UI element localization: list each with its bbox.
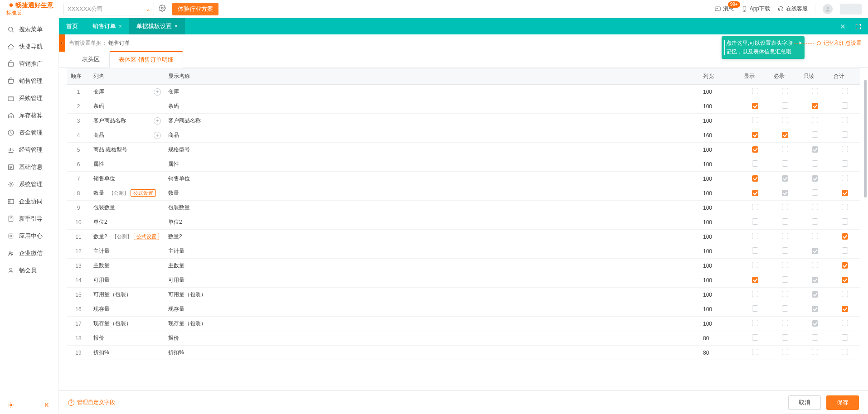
row-width[interactable]: 100 <box>699 157 740 172</box>
settings-gear-icon[interactable] <box>159 5 166 13</box>
row-width[interactable]: 100 <box>699 302 740 317</box>
row-name-cell[interactable]: 折扣% <box>90 346 165 360</box>
checkbox[interactable] <box>782 334 788 341</box>
tabs-close-all-icon[interactable] <box>836 20 849 33</box>
company-selector[interactable]: XXXXXX公司 ⌄ <box>63 3 154 15</box>
industry-cta-button[interactable]: 体验行业方案 <box>172 3 218 15</box>
checkbox[interactable] <box>752 117 758 123</box>
row-display-name[interactable]: 销售单位 <box>165 172 699 186</box>
row-width[interactable]: 100 <box>699 244 740 259</box>
checkbox[interactable] <box>812 189 818 196</box>
checkbox[interactable] <box>842 204 848 210</box>
row-width[interactable]: 100 <box>699 114 740 128</box>
row-name-cell[interactable]: 数量2【公测】公式设置 <box>90 230 165 244</box>
checkbox[interactable] <box>842 218 848 225</box>
add-icon[interactable]: + <box>154 88 161 96</box>
checkbox[interactable] <box>752 233 758 239</box>
checkbox[interactable] <box>782 233 788 239</box>
checkbox[interactable] <box>752 146 758 153</box>
main-tab-2[interactable]: 单据模板设置× <box>129 18 185 34</box>
checkbox[interactable] <box>752 291 758 297</box>
row-display-name[interactable]: 属性 <box>165 157 699 172</box>
checkbox[interactable] <box>842 262 848 269</box>
tabs-fullscreen-icon[interactable] <box>852 20 864 33</box>
add-icon[interactable]: + <box>154 132 161 139</box>
sidebar-item-1[interactable]: 快捷导航 <box>0 38 58 55</box>
checkbox[interactable] <box>782 276 788 283</box>
checkbox[interactable] <box>842 160 848 167</box>
row-name-cell[interactable]: 数量【公测】公式设置 <box>90 186 165 201</box>
checkbox[interactable] <box>842 277 848 283</box>
sidebar-collapse-icon[interactable] <box>44 401 51 410</box>
memory-summary-link[interactable]: 记忆和汇总设置 <box>794 34 862 52</box>
checkbox[interactable] <box>842 247 848 254</box>
checkbox[interactable] <box>752 277 758 283</box>
row-name-cell[interactable]: 客户商品名称+ <box>90 114 165 128</box>
checkbox[interactable] <box>842 117 848 123</box>
tab-close-icon[interactable]: × <box>119 23 122 29</box>
row-display-name[interactable]: 商品 <box>165 128 699 143</box>
checkbox[interactable] <box>782 305 788 312</box>
row-name-cell[interactable]: 仓库+ <box>90 85 165 99</box>
row-width[interactable]: 100 <box>699 85 740 99</box>
checkbox[interactable] <box>812 334 818 341</box>
sidebar-item-12[interactable]: 应用中心 <box>0 227 58 245</box>
row-width[interactable]: 100 <box>699 259 740 273</box>
checkbox[interactable] <box>842 334 848 341</box>
checkbox[interactable] <box>752 349 758 355</box>
checkbox[interactable] <box>752 247 758 254</box>
checkbox[interactable] <box>782 218 788 225</box>
checkbox[interactable] <box>782 320 788 326</box>
row-name-cell[interactable]: 销售单位 <box>90 172 165 186</box>
sidebar-item-11[interactable]: 新手引导 <box>0 210 58 227</box>
sidebar-item-4[interactable]: 采购管理 <box>0 90 58 107</box>
row-width[interactable]: 100 <box>699 215 740 230</box>
sidebar-item-0[interactable]: 搜索菜单 <box>0 21 58 38</box>
checkbox[interactable] <box>752 305 758 312</box>
checkbox[interactable] <box>812 218 818 225</box>
main-tab-0[interactable]: 首页 <box>59 18 85 34</box>
checkbox[interactable] <box>782 132 788 138</box>
row-name-cell[interactable]: 报价 <box>90 331 165 346</box>
sidebar-item-9[interactable]: 系统管理 <box>0 176 58 193</box>
cancel-button[interactable]: 取消 <box>788 395 821 410</box>
checkbox[interactable] <box>782 204 788 210</box>
row-display-name[interactable]: 数量 <box>165 186 699 201</box>
online-service-button[interactable]: 在线客服 <box>777 5 808 13</box>
checkbox[interactable] <box>842 102 848 109</box>
formula-link[interactable]: 公式设置 <box>131 189 156 197</box>
checkbox[interactable] <box>782 88 788 94</box>
checkbox[interactable] <box>752 262 758 268</box>
subheader-collapse-toggle[interactable] <box>59 34 65 52</box>
row-name-cell[interactable]: 商品.规格型号 <box>90 143 165 157</box>
messages-button[interactable]: 消息 99+ <box>714 5 734 13</box>
checkbox[interactable] <box>782 349 788 355</box>
row-name-cell[interactable]: 主数量 <box>90 259 165 273</box>
checkbox[interactable] <box>752 160 758 167</box>
checkbox[interactable] <box>842 306 848 312</box>
checkbox[interactable] <box>812 349 818 355</box>
row-width[interactable]: 100 <box>699 288 740 302</box>
row-display-name[interactable]: 现存量 <box>165 302 699 317</box>
app-download-button[interactable]: App下载 <box>741 5 770 13</box>
row-width[interactable]: 80 <box>699 346 740 360</box>
checkbox[interactable] <box>752 218 758 225</box>
checkbox[interactable] <box>812 103 818 109</box>
checkbox[interactable] <box>782 102 788 109</box>
fields-table-wrap[interactable]: 顺序 列名 显示名称 列宽 显示 必录 只读 合计 1仓库+仓库1002条码条码… <box>59 68 868 390</box>
row-name-cell[interactable]: 单位2 <box>90 215 165 230</box>
sidebar-item-7[interactable]: 经营管理 <box>0 141 58 159</box>
row-display-name[interactable]: 折扣% <box>165 346 699 360</box>
row-display-name[interactable]: 现存量（包装） <box>165 317 699 331</box>
row-name-cell[interactable]: 主计量 <box>90 244 165 259</box>
row-width[interactable]: 100 <box>699 143 740 157</box>
add-icon[interactable]: + <box>154 117 161 125</box>
row-name-cell[interactable]: 包装数量 <box>90 201 165 215</box>
row-width[interactable]: 100 <box>699 99 740 114</box>
row-display-name[interactable]: 报价 <box>165 331 699 346</box>
tab-close-icon[interactable]: × <box>175 23 178 29</box>
checkbox[interactable] <box>842 291 848 297</box>
row-name-cell[interactable]: 条码 <box>90 99 165 114</box>
checkbox[interactable] <box>842 320 848 326</box>
row-width[interactable]: 160 <box>699 128 740 143</box>
